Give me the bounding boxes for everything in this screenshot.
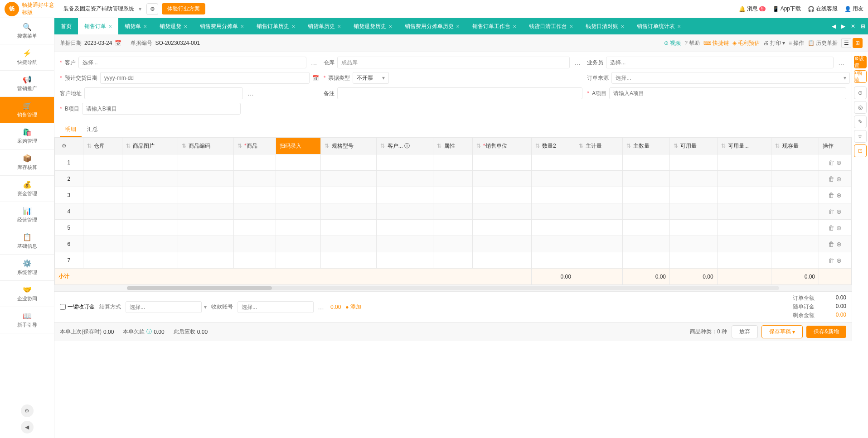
row-2-product[interactable] xyxy=(233,171,276,187)
row-7-product[interactable] xyxy=(233,252,276,269)
row-7-avail2[interactable] xyxy=(717,252,771,269)
sidebar-item-2[interactable]: 📢营销推广 xyxy=(0,71,54,97)
row-4-main-qty[interactable] xyxy=(622,203,670,220)
business-more-btn[interactable]: … xyxy=(836,59,846,66)
message-btn[interactable]: 🔔 消息 9 xyxy=(739,5,766,13)
row-1-qty2[interactable] xyxy=(531,154,575,171)
scroll-track[interactable] xyxy=(127,286,779,290)
row-4-avail2[interactable] xyxy=(717,203,771,220)
row-1-customer[interactable] xyxy=(377,154,433,171)
online-service-btn[interactable]: 🎧 在线客服 xyxy=(808,5,838,13)
nav-tab-11[interactable]: 钱货日清对账✕ xyxy=(579,18,630,34)
row-1-spec[interactable] xyxy=(321,154,377,171)
account-more-btn[interactable]: … xyxy=(316,303,326,311)
row-6-delete-icon[interactable]: 🗑 xyxy=(828,241,834,248)
row-4-qty2[interactable] xyxy=(531,203,575,220)
row-7-warehouse[interactable] xyxy=(83,252,122,269)
row-1-image[interactable] xyxy=(122,154,178,171)
row-2-avail2[interactable] xyxy=(717,171,771,187)
row-7-scan[interactable] xyxy=(276,252,321,269)
nav-tab-8[interactable]: 销售费用分摊单历史✕ xyxy=(398,18,466,34)
row-7-main-qty[interactable] xyxy=(622,252,670,269)
row-2-copy-icon[interactable]: ⊕ xyxy=(836,175,842,183)
row-5-code[interactable] xyxy=(178,220,233,236)
tab-detail[interactable]: 明细 xyxy=(60,123,82,137)
row-6-attr[interactable] xyxy=(433,236,472,252)
row-7-avail[interactable] xyxy=(670,252,718,269)
row-4-product[interactable] xyxy=(233,203,276,220)
row-1-attr[interactable] xyxy=(433,154,472,171)
operation-btn[interactable]: ≡ 操作 xyxy=(789,39,804,47)
nav-tab-4[interactable]: 销售费用分摊单✕ xyxy=(194,18,250,34)
col-settings-header[interactable]: ⚙ xyxy=(55,138,83,154)
row-3-main-qty[interactable] xyxy=(622,187,670,203)
row-3-warehouse[interactable] xyxy=(83,187,122,203)
row-1-avail2[interactable] xyxy=(717,154,771,171)
row-3-avail[interactable] xyxy=(670,187,718,203)
row-4-copy-icon[interactable]: ⊕ xyxy=(836,208,842,215)
row-5-copy-icon[interactable]: ⊕ xyxy=(836,224,842,231)
calendar-icon[interactable]: 📅 xyxy=(115,40,121,46)
sidebar-item-6[interactable]: 💰资金管理 xyxy=(0,176,54,202)
row-5-avail2[interactable] xyxy=(717,220,771,236)
row-2-image[interactable] xyxy=(122,171,178,187)
nav-tab-0[interactable]: 首页 xyxy=(54,18,78,34)
order-source-input[interactable] xyxy=(611,72,850,84)
nav-tab-1[interactable]: 销售订单✕ xyxy=(78,18,118,34)
app-download-btn[interactable]: 📱 App下载 xyxy=(772,5,801,13)
row-7-code[interactable] xyxy=(178,252,233,269)
row-1-main-unit[interactable] xyxy=(575,154,622,171)
row-6-scan[interactable] xyxy=(276,236,321,252)
sidebar-settings-icon[interactable]: ⚙ xyxy=(21,404,34,417)
note-input[interactable] xyxy=(337,87,583,99)
panel-btn-6[interactable]: ☆ xyxy=(854,130,867,143)
row-5-customer[interactable] xyxy=(377,220,433,236)
row-4-spec[interactable] xyxy=(321,203,377,220)
row-1-avail[interactable] xyxy=(670,154,718,171)
row-6-copy-icon[interactable]: ⊕ xyxy=(836,241,842,248)
row-6-code[interactable] xyxy=(178,236,233,252)
row-5-image[interactable] xyxy=(122,220,178,236)
row-5-unit[interactable] xyxy=(472,220,531,236)
row-3-copy-icon[interactable]: ⊕ xyxy=(836,192,842,199)
history-btn[interactable]: 📋 历史单据 xyxy=(808,39,838,47)
sidebar-item-10[interactable]: 🤝企业协同 xyxy=(0,281,54,307)
row-3-qty2[interactable] xyxy=(531,187,575,203)
delivery-date-input[interactable] xyxy=(100,72,310,84)
sidebar-item-7[interactable]: 📊经营管理 xyxy=(0,202,54,228)
row-1-code[interactable] xyxy=(178,154,233,171)
sidebar-item-4[interactable]: 🛍️采购管理 xyxy=(0,123,54,149)
row-7-delete-icon[interactable]: 🗑 xyxy=(828,257,834,264)
row-7-image[interactable] xyxy=(122,252,178,269)
nav-tab-5[interactable]: 销售订单历史✕ xyxy=(250,18,301,34)
panel-btn-7[interactable]: ⊡ xyxy=(854,144,867,157)
payment-method-arrow[interactable]: ▾ xyxy=(204,304,207,310)
row-4-main-unit[interactable] xyxy=(575,203,622,220)
nav-tab-3[interactable]: 销货退货✕ xyxy=(153,18,194,34)
nav-tab-6[interactable]: 销货单历史✕ xyxy=(301,18,347,34)
row-5-scan[interactable] xyxy=(276,220,321,236)
row-7-attr[interactable] xyxy=(433,252,472,269)
row-3-stock[interactable] xyxy=(771,187,819,203)
sidebar-collapse-icon[interactable]: ◀ xyxy=(21,421,34,433)
payment-method-select[interactable] xyxy=(126,301,202,313)
row-3-unit[interactable] xyxy=(472,187,531,203)
row-3-avail2[interactable] xyxy=(717,187,771,203)
row-4-unit[interactable] xyxy=(472,203,531,220)
sidebar-item-0[interactable]: 🔍搜索菜单 xyxy=(0,18,54,44)
nav-tab-12[interactable]: 销售订单统计表✕ xyxy=(630,18,687,34)
address-more-btn[interactable]: … xyxy=(246,90,256,97)
row-7-unit[interactable] xyxy=(472,252,531,269)
row-6-product[interactable] xyxy=(233,236,276,252)
row-6-avail[interactable] xyxy=(670,236,718,252)
row-3-product[interactable] xyxy=(233,187,276,203)
settings-panel-btn[interactable]: ⚙设置 xyxy=(854,56,867,68)
row-5-delete-icon[interactable]: 🗑 xyxy=(828,224,834,231)
row-4-delete-icon[interactable]: 🗑 xyxy=(828,208,834,215)
row-3-customer[interactable] xyxy=(377,187,433,203)
row-5-main-unit[interactable] xyxy=(575,220,622,236)
row-2-code[interactable] xyxy=(178,171,233,187)
row-6-warehouse[interactable] xyxy=(83,236,122,252)
col-scan-header[interactable]: 扫码录入 xyxy=(276,138,321,154)
row-3-scan[interactable] xyxy=(276,187,321,203)
